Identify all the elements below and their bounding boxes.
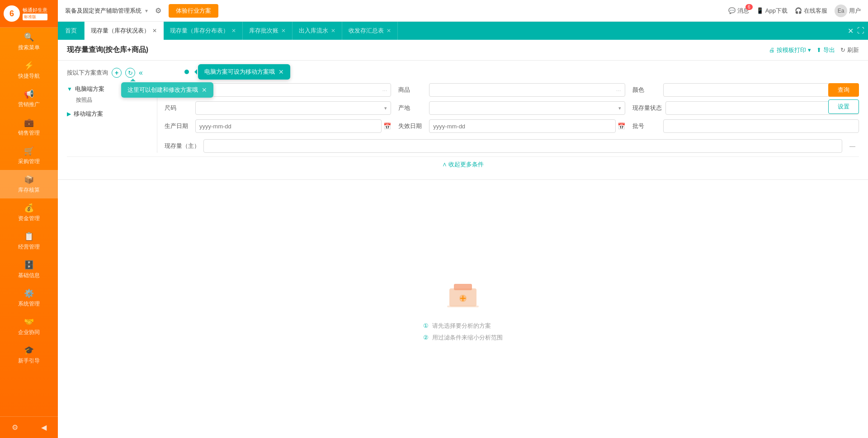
topbar-gear-icon[interactable]: ⚙ (153, 5, 163, 17)
produce-date-start[interactable] (195, 119, 382, 133)
batch-input[interactable] (663, 119, 859, 133)
tab-close-icon[interactable]: ✕ (281, 28, 286, 34)
tab-fullscreen-icon[interactable]: ⛶ (857, 27, 864, 35)
sidebar-item-label: 新手引导 (18, 357, 40, 365)
tab-inventory-dist[interactable]: 现存量（库存分布表） ✕ (164, 22, 243, 40)
online-service-btn[interactable]: 🎧 在线客服 (795, 7, 827, 15)
dots-icon: ··· (616, 87, 621, 94)
sidebar-item-inventory[interactable]: 📦 库存核算 (0, 170, 58, 198)
sidebar-item-finance[interactable]: 💰 资金管理 (0, 198, 58, 227)
filter-label: 按以下方案查询 (67, 69, 108, 77)
stock-qty-min[interactable] (203, 139, 842, 153)
quick-icon: ⚡ (24, 61, 34, 71)
svg-rect-5 (447, 306, 479, 307)
filter-fields-panel: 仓库 ··· 商品 ··· (165, 83, 859, 153)
warehouse-select[interactable]: ··· (195, 83, 391, 97)
filter-cell-expire-date: 失效日期 📅 (398, 119, 625, 133)
logo-icon: 6 (4, 5, 20, 22)
chevron-down-icon: ▾ (618, 105, 621, 111)
headset-icon: 🎧 (795, 7, 802, 14)
tooltip-close-1[interactable]: ✕ (278, 68, 284, 75)
sidebar-item-newbie[interactable]: 🎓 新手引导 (0, 341, 58, 369)
tooltip-text-1: 电脑方案可设为移动方案哦 (204, 68, 275, 76)
tab-home[interactable]: 首页 (58, 22, 85, 40)
topbar-system: 装备及固定资产辅助管理系统 ▾ (65, 7, 148, 15)
size-select[interactable]: ▾ (195, 101, 391, 115)
industry-btn[interactable]: 体验行业方案 (169, 4, 218, 18)
filter-add-btn[interactable]: + (112, 68, 122, 78)
chevron-down-icon: ▼ (67, 86, 72, 92)
purchase-icon: 🛒 (24, 146, 34, 156)
empty-illustration (440, 275, 486, 311)
main-area: 装备及固定资产辅助管理系统 ▾ ⚙ 体验行业方案 💬 消息 6 📱 App下载 … (58, 0, 868, 438)
expire-date-start[interactable] (429, 119, 615, 133)
sidebar-item-enterprise[interactable]: 🤝 企业协同 (0, 312, 58, 341)
sidebar-item-purchase[interactable]: 🛒 采购管理 (0, 141, 58, 170)
print-btn[interactable]: 🖨 按模板打印 ▾ (769, 46, 811, 54)
tab-summary-label: 收发存汇总表 (349, 27, 384, 35)
app-download-btn[interactable]: 📱 App下载 (756, 7, 788, 15)
sidebar-item-system[interactable]: ⚙️ 系统管理 (0, 284, 58, 312)
collapse-bar[interactable]: ∧ 收起更多条件 (67, 156, 859, 172)
tab-inventory-status[interactable]: 现存量（库存状况表） ✕ (85, 22, 164, 40)
filter-rows: 仓库 ··· 商品 ··· (165, 83, 859, 153)
tab-close-icon[interactable]: ✕ (387, 28, 391, 34)
user-label: 用户 (849, 7, 861, 15)
tab-close-all-icon[interactable]: ✕ (848, 27, 854, 35)
sidebar-collapse-btn[interactable]: ◀ (39, 421, 48, 433)
export-icon: ⬆ (816, 47, 821, 53)
tab-inout-label: 出入库流水 (299, 27, 328, 35)
user-btn[interactable]: Ea 用户 (835, 5, 861, 17)
sidebar-item-label: 营销推广 (18, 101, 40, 108)
system-chevron-icon: ▾ (145, 8, 148, 14)
tab-summary[interactable]: 收发存汇总表 ✕ (342, 22, 398, 40)
sidebar-settings-btn[interactable]: ⚙ (10, 421, 20, 433)
newbie-icon: 🎓 (24, 345, 34, 355)
tab-close-icon[interactable]: ✕ (331, 28, 335, 34)
tab-batch[interactable]: 库存批次账 ✕ (243, 22, 292, 40)
message-icon: 💬 (728, 7, 736, 14)
filter-arrow-btn[interactable]: « (139, 69, 143, 77)
page-actions: 🖨 按模板打印 ▾ ⬆ 导出 ↻ 刷新 (769, 46, 859, 54)
refresh-btn[interactable]: ↻ 刷新 (840, 46, 859, 54)
export-label: 导出 (823, 46, 835, 54)
sidebar-item-quick[interactable]: ⚡ 快捷导航 (0, 56, 58, 85)
topbar: 装备及固定资产辅助管理系统 ▾ ⚙ 体验行业方案 💬 消息 6 📱 App下载 … (58, 0, 868, 22)
filter-refresh-btn[interactable]: ↻ (125, 68, 135, 78)
filter-cell-produce-date: 生产日期 📅 (165, 119, 391, 133)
tab-batch-label: 库存批次账 (249, 27, 278, 35)
scheme-mobile-item[interactable]: ▶ 移动端方案 (67, 108, 150, 120)
sidebar-item-marketing[interactable]: 📢 营销推广 (0, 85, 58, 113)
sidebar-item-operations[interactable]: 📋 经营管理 (0, 227, 58, 255)
expire-date-label: 失效日期 (398, 122, 425, 130)
refresh-icon: ↻ (840, 47, 845, 53)
sidebar-item-label: 快捷导航 (18, 72, 40, 80)
sidebar-item-basic[interactable]: 🗄️ 基础信息 (0, 255, 58, 284)
sidebar-item-search[interactable]: 🔍 搜索菜单 (0, 28, 58, 56)
tab-close-icon[interactable]: ✕ (231, 28, 236, 34)
sidebar-item-label: 采购管理 (18, 158, 40, 165)
calendar-icon[interactable]: 📅 (383, 122, 391, 130)
collapse-label: 收起更多条件 (448, 161, 484, 168)
tab-close-icon[interactable]: ✕ (152, 28, 157, 34)
search-button[interactable]: 查询 (828, 83, 859, 97)
inventory-icon: 📦 (24, 174, 34, 184)
export-btn[interactable]: ⬆ 导出 (816, 46, 835, 54)
tabs-bar: 首页 现存量（库存状况表） ✕ 现存量（库存分布表） ✕ 库存批次账 ✕ 出入库… (58, 22, 868, 40)
tab-inventory-status-label: 现存量（库存状况表） (91, 27, 150, 35)
size-label: 尺码 (165, 104, 192, 112)
message-badge: 6 (745, 4, 753, 10)
calendar-icon[interactable]: 📅 (618, 122, 625, 130)
tooltip-close-2[interactable]: ✕ (202, 86, 207, 94)
stock-qty-label: 现存量（主） (165, 142, 200, 150)
goods-select[interactable]: ··· (429, 83, 625, 97)
message-btn[interactable]: 💬 消息 6 (728, 7, 749, 15)
reset-button[interactable]: 设置 (828, 99, 859, 114)
batch-label: 批号 (632, 122, 660, 130)
tab-inout[interactable]: 出入库流水 ✕ (292, 22, 342, 40)
origin-select[interactable]: ▾ (429, 101, 625, 115)
page-header: 现存量查询(按仓库+商品) 🖨 按模板打印 ▾ ⬆ 导出 ↻ 刷新 (58, 40, 868, 61)
sidebar-item-sales[interactable]: 💼 销售管理 (0, 113, 58, 141)
action-buttons: 查询 设置 (828, 83, 859, 114)
filter-row-1: 仓库 ··· 商品 ··· (165, 83, 859, 97)
